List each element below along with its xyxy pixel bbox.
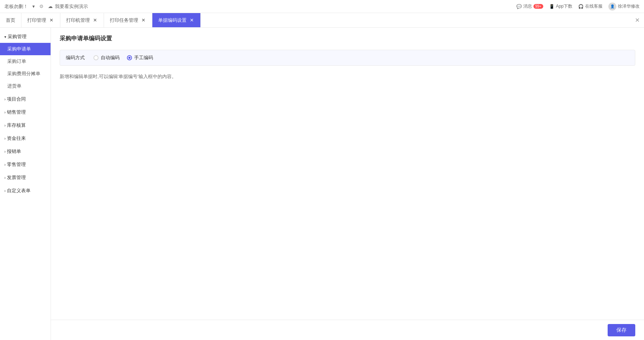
tab-printer-mgmt[interactable]: 打印机管理 ✕ — [60, 13, 104, 27]
radio-manual-encoding[interactable]: 手工编码 — [127, 54, 153, 61]
sidebar-group-invoice-mgmt: › 发票管理 — [0, 171, 51, 184]
tab-print-task-mgmt[interactable]: 打印任务管理 ✕ — [104, 13, 152, 27]
sidebar-item-purchase-request-label: 采购申请单 — [7, 46, 31, 52]
radio-manual-label: 手工编码 — [134, 54, 153, 61]
chevron-right-icon-fund: › — [4, 137, 5, 141]
tab-home[interactable]: 首页 — [0, 13, 21, 27]
dropdown-arrow-icon: ▾ — [32, 4, 35, 9]
radio-auto-encoding[interactable]: 自动编码 — [93, 54, 120, 61]
sidebar-group-project-contract: › 项目合同 — [0, 93, 51, 105]
sidebar-item-inbound[interactable]: 进货单 — [0, 80, 51, 92]
search-area[interactable]: ☁ 我要看实例演示 — [48, 3, 88, 10]
encoding-label: 编码方式 — [66, 54, 85, 61]
chevron-right-icon-invoice: › — [4, 176, 5, 180]
sidebar-group-fund-label: 资金往来 — [7, 135, 26, 142]
chevron-right-icon: › — [4, 97, 5, 101]
main-layout: ▾ 采购管理 采购申请单 采购订单 采购费用分摊单 进货单 › 项目合同 — [0, 28, 644, 340]
radio-manual-circle — [127, 55, 132, 60]
tab-home-label: 首页 — [6, 17, 15, 24]
app-download-button[interactable]: 📱 App下数 — [549, 3, 572, 9]
content-footer: 保存 — [51, 320, 644, 340]
top-bar-left: 老板勿删！ ▾ ⚙ ☁ 我要看实例演示 — [4, 3, 88, 10]
sidebar-item-purchase-request[interactable]: 采购申请单 — [0, 43, 51, 55]
msg-icon: 💬 — [516, 4, 522, 9]
chevron-down-icon: ▾ — [4, 35, 6, 39]
sidebar-item-purchase-order-label: 采购订单 — [7, 58, 26, 64]
sidebar-group-custom-form: › 自定义表单 — [0, 185, 51, 197]
content-body: 采购申请单编码设置 编码方式 自动编码 手工编码 新增和编辑单据时,可以编辑'单… — [51, 28, 644, 320]
top-bar: 老板勿删！ ▾ ⚙ ☁ 我要看实例演示 💬 消息 99+ 📱 App下数 🎧 在… — [0, 0, 644, 13]
sidebar-group-purchase-mgmt-label: 采购管理 — [8, 33, 27, 40]
sidebar-group-purchase-mgmt-title[interactable]: ▾ 采购管理 — [0, 31, 51, 43]
tab-print-task-mgmt-label: 打印任务管理 — [110, 17, 138, 24]
user-name: 徐泽华修改 — [618, 3, 640, 9]
sidebar-group-retail-mgmt: › 零售管理 — [0, 158, 51, 171]
chevron-right-icon-refund: › — [4, 150, 5, 154]
sidebar-group-custom-form-label: 自定义表单 — [7, 187, 31, 194]
sidebar-group-fund: › 资金往来 — [0, 132, 51, 145]
title-dropdown[interactable]: ▾ — [32, 4, 35, 9]
app-icon: 📱 — [549, 4, 555, 9]
top-bar-right: 💬 消息 99+ 📱 App下数 🎧 在线客服 👤 徐泽华修改 — [516, 3, 640, 11]
sidebar: ▾ 采购管理 采购申请单 采购订单 采购费用分摊单 进货单 › 项目合同 — [0, 28, 51, 340]
user-avatar: 👤 — [608, 3, 616, 11]
sidebar-group-invoice-mgmt-title[interactable]: › 发票管理 — [0, 171, 51, 184]
sidebar-group-sales-mgmt-label: 销售管理 — [7, 109, 26, 116]
sidebar-group-purchase-mgmt: ▾ 采购管理 采购申请单 采购订单 采购费用分摊单 进货单 — [0, 31, 51, 92]
description-text: 新增和编辑单据时,可以编辑'单据编号'输入框中的内容。 — [60, 73, 635, 81]
app-label: App下数 — [556, 3, 572, 9]
msg-badge: 99+ — [533, 4, 543, 9]
service-label: 在线客服 — [585, 3, 603, 9]
sidebar-group-project-contract-label: 项目合同 — [7, 96, 26, 102]
chevron-right-icon-custom: › — [4, 189, 5, 193]
tab-printer-mgmt-close[interactable]: ✕ — [92, 17, 98, 23]
chevron-right-icon-inventory: › — [4, 124, 5, 128]
sidebar-item-purchase-expense[interactable]: 采购费用分摊单 — [0, 68, 51, 80]
sidebar-group-sales-mgmt-title[interactable]: › 销售管理 — [0, 106, 51, 118]
chevron-right-icon-sales: › — [4, 110, 5, 114]
radio-auto-label: 自动编码 — [101, 54, 120, 61]
sidebar-item-purchase-order[interactable]: 采购订单 — [0, 55, 51, 68]
service-icon: 🎧 — [578, 4, 584, 9]
sidebar-group-retail-mgmt-title[interactable]: › 零售管理 — [0, 158, 51, 171]
tab-print-mgmt[interactable]: 打印管理 ✕ — [21, 13, 60, 27]
sidebar-group-refund: › 报销单 — [0, 145, 51, 158]
encoding-section: 编码方式 自动编码 手工编码 — [60, 50, 635, 66]
sidebar-group-inventory-label: 库存核算 — [7, 122, 26, 129]
tab-bar: 首页 打印管理 ✕ 打印机管理 ✕ 打印任务管理 ✕ 单据编码设置 ✕ ✕ — [0, 13, 644, 28]
tab-single-code-setting[interactable]: 单据编码设置 ✕ — [152, 13, 201, 27]
tab-printer-mgmt-label: 打印机管理 — [66, 17, 90, 24]
sidebar-group-sales-mgmt: › 销售管理 — [0, 106, 51, 118]
sidebar-group-retail-mgmt-label: 零售管理 — [7, 161, 26, 168]
tab-bar-close-button[interactable]: ✕ — [631, 13, 644, 27]
sidebar-group-refund-title[interactable]: › 报销单 — [0, 145, 51, 158]
msg-label: 消息 — [523, 3, 532, 9]
radio-auto-circle — [93, 55, 99, 60]
sidebar-group-project-contract-title[interactable]: › 项目合同 — [0, 93, 51, 105]
page-title: 采购申请单编码设置 — [60, 35, 635, 42]
sidebar-group-custom-form-title[interactable]: › 自定义表单 — [0, 185, 51, 197]
user-button[interactable]: 👤 徐泽华修改 — [608, 3, 640, 11]
chevron-right-icon-retail: › — [4, 163, 5, 167]
tab-single-code-setting-label: 单据编码设置 — [158, 17, 187, 24]
save-button[interactable]: 保存 — [608, 324, 635, 336]
tab-print-mgmt-close[interactable]: ✕ — [48, 17, 54, 23]
search-text: 我要看实例演示 — [55, 3, 88, 10]
app-title: 老板勿删！ — [4, 3, 28, 10]
gear-icon[interactable]: ⚙ — [39, 4, 44, 9]
cloud-icon: ☁ — [48, 4, 53, 9]
tab-print-mgmt-label: 打印管理 — [27, 17, 46, 24]
msg-button[interactable]: 💬 消息 99+ — [516, 3, 543, 9]
sidebar-group-invoice-mgmt-label: 发票管理 — [7, 174, 26, 181]
online-service-button[interactable]: 🎧 在线客服 — [578, 3, 603, 9]
sidebar-item-inbound-label: 进货单 — [7, 83, 21, 89]
sidebar-group-inventory-title[interactable]: › 库存核算 — [0, 119, 51, 131]
content-area: 采购申请单编码设置 编码方式 自动编码 手工编码 新增和编辑单据时,可以编辑'单… — [51, 28, 644, 340]
sidebar-group-inventory: › 库存核算 — [0, 119, 51, 131]
encoding-radio-group: 自动编码 手工编码 — [93, 54, 153, 61]
tab-print-task-mgmt-close[interactable]: ✕ — [140, 17, 146, 23]
sidebar-group-fund-title[interactable]: › 资金往来 — [0, 132, 51, 145]
tab-single-code-setting-close[interactable]: ✕ — [189, 17, 195, 23]
sidebar-item-purchase-expense-label: 采购费用分摊单 — [7, 71, 40, 76]
sidebar-group-refund-label: 报销单 — [7, 148, 21, 155]
